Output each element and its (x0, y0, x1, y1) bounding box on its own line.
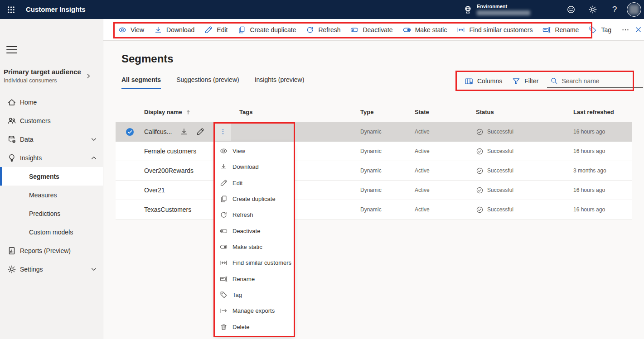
feedback-button[interactable] (562, 0, 580, 19)
sidebar-item-measures[interactable]: Measures (0, 186, 103, 204)
sidebar: Primary target audience Individual consu… (0, 19, 103, 339)
table-row[interactable]: Califcus... Dynamic Active Successful 16… (116, 122, 632, 142)
table-row[interactable]: Female customers Dynamic Active Successf… (116, 142, 632, 161)
row-edit-icon[interactable] (196, 128, 204, 136)
column-header-tags[interactable]: Tags (239, 109, 360, 115)
tag-icon (220, 291, 228, 299)
account-avatar[interactable] (627, 2, 641, 17)
row-checkbox[interactable] (116, 128, 144, 136)
find-similar-customers-button[interactable]: Find similar customers (452, 22, 537, 38)
view-button[interactable]: View (113, 22, 149, 38)
tab-suggestions[interactable]: Suggestions (preview) (176, 76, 239, 89)
sidebar-item-custom-models[interactable]: Custom models (0, 223, 103, 241)
segment-last-refreshed: 16 hours ago (573, 129, 632, 135)
segment-name: Over200Rewards (144, 167, 194, 174)
settings-button[interactable] (584, 0, 602, 19)
column-header-last-refreshed[interactable]: Last refreshed (573, 109, 632, 115)
create-duplicate-button[interactable]: Create duplicate (232, 22, 301, 38)
sidebar-item-reports[interactable]: Reports (Preview) (0, 241, 103, 260)
audience-switcher[interactable]: Primary target audience Individual consu… (4, 68, 89, 84)
sidebar-item-customers[interactable]: Customers (0, 111, 103, 130)
environment-picker[interactable]: Environment (463, 0, 530, 19)
sidebar-item-segments[interactable]: Segments (0, 167, 103, 186)
search-input[interactable] (562, 77, 644, 85)
table-row[interactable]: Over21 Dynamic Active Successful 16 hour… (116, 181, 632, 200)
columns-button[interactable]: Columns (460, 73, 507, 89)
menu-item-delete[interactable]: Delete (215, 319, 294, 335)
menu-item-make-static[interactable]: Make static (215, 239, 294, 255)
make-static-button[interactable]: Make static (398, 22, 452, 38)
segment-last-refreshed: 16 hours ago (573, 187, 632, 193)
column-header-type[interactable]: Type (360, 109, 415, 115)
segment-name: TexasCustomers (144, 206, 191, 213)
close-icon (634, 26, 642, 33)
deactivate-button[interactable]: Deactivate (345, 22, 397, 38)
menu-item-manage-exports[interactable]: Manage exports (215, 303, 294, 319)
tag-button[interactable]: Tag (584, 22, 616, 38)
row-more-actions-button[interactable] (214, 122, 231, 141)
menu-item-tag[interactable]: Tag (215, 287, 294, 303)
menu-item-find-similar-customers[interactable]: Find similar customers (215, 255, 294, 271)
check-circle-icon (476, 206, 484, 214)
filter-button[interactable]: Filter (507, 73, 543, 89)
segment-type: Dynamic (360, 148, 415, 154)
main-content: Segments All segments Suggestions (previ… (103, 41, 644, 339)
rename-button[interactable]: Rename (537, 22, 584, 38)
clear-selection-button[interactable]: 1 selected (634, 23, 644, 37)
app-launcher-button[interactable] (0, 0, 22, 19)
column-header-display-name[interactable]: Display name (144, 109, 239, 115)
menu-item-download[interactable]: Download (215, 159, 294, 175)
sidebar-item-settings[interactable]: Settings (0, 260, 103, 278)
sidebar-item-label: Measures (29, 191, 57, 199)
table-row[interactable]: TexasCustomers Dynamic Active Successful… (116, 200, 632, 220)
top-header: Customer Insights Environment ? (0, 0, 644, 19)
table-header-row: Display name Tags Type State Status Last… (116, 102, 632, 122)
toggle-on-icon (403, 26, 411, 34)
sidebar-item-home[interactable]: Home (0, 93, 103, 111)
refresh-label: Refresh (318, 26, 340, 33)
column-header-status[interactable]: Status (476, 109, 573, 115)
edit-button[interactable]: Edit (199, 22, 232, 38)
column-header-state[interactable]: State (415, 109, 476, 115)
more-commands-button[interactable] (616, 22, 634, 38)
download-icon (154, 26, 162, 34)
sidebar-item-insights[interactable]: Insights (0, 148, 103, 167)
check-circle-icon (476, 186, 484, 194)
tag-label: Tag (601, 26, 611, 33)
segment-last-refreshed: 16 hours ago (573, 206, 632, 213)
chevron-right-icon[interactable] (85, 72, 92, 80)
smiley-icon (567, 5, 576, 14)
menu-item-rename[interactable]: Rename (215, 271, 294, 287)
menu-item-refresh[interactable]: Refresh (215, 207, 294, 223)
segment-name: Califcus... (144, 128, 172, 135)
menu-item-view[interactable]: View (215, 143, 294, 159)
help-button[interactable]: ? (605, 0, 624, 19)
segment-state: Active (415, 129, 476, 135)
row-download-icon[interactable] (180, 128, 188, 136)
find-similar-icon (457, 26, 465, 34)
menu-item-deactivate[interactable]: Deactivate (215, 223, 294, 239)
sidebar-item-predictions[interactable]: Predictions (0, 204, 103, 223)
download-button[interactable]: Download (149, 22, 199, 38)
database-icon (7, 135, 16, 144)
segment-type: Dynamic (360, 129, 415, 135)
segment-name: Over21 (144, 186, 165, 194)
sidebar-item-data[interactable]: Data (0, 130, 103, 148)
menu-item-create-duplicate[interactable]: Create duplicate (215, 191, 294, 207)
gear-icon (7, 265, 16, 274)
columns-label: Columns (477, 77, 502, 85)
refresh-button[interactable]: Refresh (301, 22, 345, 38)
tag-icon (589, 26, 597, 34)
segment-status: Successful (476, 206, 573, 214)
collapse-nav-button[interactable] (6, 46, 17, 54)
refresh-icon (220, 211, 228, 219)
table-row[interactable]: Over200Rewards Dynamic Active Successful… (116, 161, 632, 181)
tab-all-segments[interactable]: All segments (121, 76, 161, 89)
check-circle-icon (476, 167, 484, 175)
command-bar: View Download Edit Create duplicate Refr… (103, 19, 644, 41)
deactivate-label: Deactivate (363, 26, 392, 33)
tab-insights[interactable]: Insights (preview) (255, 76, 305, 89)
sidebar-item-label: Predictions (29, 210, 60, 217)
menu-item-edit[interactable]: Edit (215, 175, 294, 191)
toggle-off-icon (220, 227, 228, 235)
